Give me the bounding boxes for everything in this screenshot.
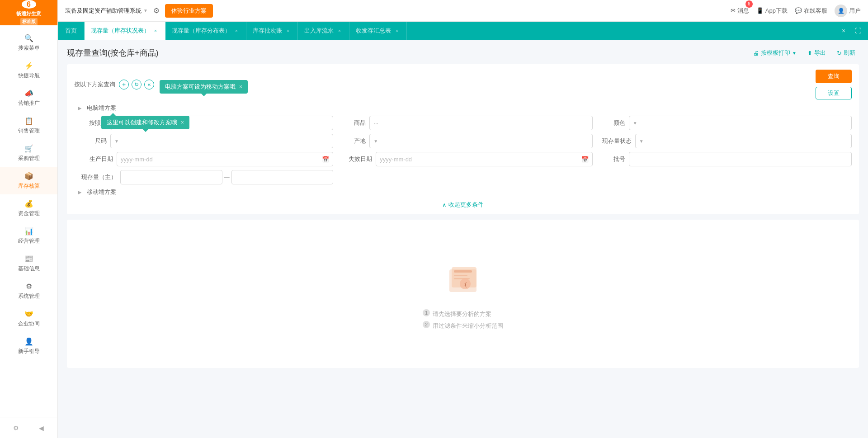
sidebar-footer: ⚙ ◀ xyxy=(0,418,57,438)
sidebar-label-marketing: 营销推广 xyxy=(18,99,40,107)
filter-refresh-btn[interactable]: ↻ xyxy=(132,80,142,89)
tab-inout-flow[interactable]: 出入库流水 × xyxy=(298,22,349,40)
desktop-scheme-row: ▶ 电脑端方案 xyxy=(74,104,852,112)
tab-inventory-status-close[interactable]: × xyxy=(152,28,159,34)
collapse-text: 收起更多条件 xyxy=(448,201,484,209)
tab-inventory-status-label: 现存量（库存状况表） xyxy=(91,27,150,35)
production-date-icon: 📅 xyxy=(322,156,329,163)
app-icon: 📱 xyxy=(756,7,764,14)
print-template-btn[interactable]: 🖨 按模板打印 ▼ xyxy=(750,47,800,59)
collapse-chevron-icon: ∧ xyxy=(442,202,447,208)
edit-scheme-tooltip: 这里可以创建和修改方案哦 × xyxy=(101,116,189,129)
filter-row-3: 生产日期 yyyy-mm-dd 📅 失效日期 yyyy-mm-dd xyxy=(81,152,852,166)
filter-header: 按以下方案查询 + ↻ « 电脑方案可设为移动方案哦 × xyxy=(74,70,852,99)
tab-home[interactable]: 首页 xyxy=(58,22,85,40)
online-support-btn[interactable]: 💬 在线客服 xyxy=(795,7,827,15)
origin-select[interactable]: ▼ xyxy=(369,134,592,148)
user-btn[interactable]: 👤 用户 xyxy=(835,5,861,17)
reset-btn[interactable]: 设置 xyxy=(816,87,852,99)
tab-inout-flow-close[interactable]: × xyxy=(336,28,343,34)
filter-inventory-status: 现存量状态 ▼ xyxy=(600,134,852,148)
filter-add-btn[interactable]: + xyxy=(119,80,129,89)
system-name-dropdown[interactable]: 装备及固定资产辅助管理系统 ▼ xyxy=(65,7,148,15)
edit-scheme-tooltip-close[interactable]: × xyxy=(181,119,184,126)
refresh-btn[interactable]: ↻ 刷新 xyxy=(833,47,859,59)
basic-info-icon: 📰 xyxy=(24,254,33,263)
size-select[interactable]: ▼ xyxy=(110,134,333,148)
tip-text-1: 请先选择要分析的方案 xyxy=(433,308,491,320)
notification-btn[interactable]: ✉ 6 消息 xyxy=(731,7,749,15)
print-template-label: 按模板打印 xyxy=(761,49,790,57)
production-date-label: 生产日期 xyxy=(81,155,113,163)
filter-size: 尺码 ▼ xyxy=(81,134,333,148)
filter-back-btn[interactable]: « xyxy=(144,80,154,89)
tab-maximize-icon[interactable]: ⛶ xyxy=(852,24,864,37)
tab-inventory-distribution-close[interactable]: × xyxy=(233,28,240,34)
user-label: 用户 xyxy=(849,7,861,15)
mobile-scheme-label: 移动端方案 xyxy=(87,188,116,196)
inventory-icon: 📦 xyxy=(24,171,33,180)
quick-nav-icon: ⚡ xyxy=(24,61,33,70)
tab-home-label: 首页 xyxy=(65,27,77,35)
sidebar-collapse-btn[interactable]: ◀ xyxy=(35,422,47,434)
marketing-icon: 📣 xyxy=(24,89,33,98)
sidebar-item-basic-info[interactable]: 📰 基础信息 xyxy=(0,250,57,277)
sidebar-item-operations[interactable]: 📊 经营管理 xyxy=(0,222,57,250)
system-name-chevron: ▼ xyxy=(143,8,148,13)
trial-btn[interactable]: 体验行业方案 xyxy=(165,4,213,18)
user-avatar: 👤 xyxy=(835,5,847,17)
logo: 6 畅通好生意 标准版 xyxy=(0,0,57,25)
inventory-main-from[interactable] xyxy=(120,170,222,184)
header-settings-icon[interactable]: ⚙ xyxy=(153,6,160,15)
print-icon: 🖨 xyxy=(753,50,759,57)
sidebar-item-sales[interactable]: 📋 销售管理 xyxy=(0,112,57,139)
sidebar-item-newbie[interactable]: 👤 新手引导 xyxy=(0,332,57,360)
app-download-label: App下载 xyxy=(765,7,788,15)
tab-batch-account[interactable]: 库存批次账 × xyxy=(246,22,298,40)
empty-state-section: :( 1 请先选择要分析的方案 2 用过滤条件来缩小分析范围 xyxy=(67,220,859,368)
sidebar-label-quick-nav: 快捷导航 xyxy=(18,72,40,80)
sidebar-item-system[interactable]: ⚙ 系统管理 xyxy=(0,277,57,305)
edit-scheme-tooltip-text: 这里可以创建和修改方案哦 xyxy=(107,118,177,127)
filter-goods: 商品 ··· xyxy=(340,116,592,130)
sidebar-item-marketing[interactable]: 📣 营销推广 xyxy=(0,84,57,112)
color-select[interactable]: ▼ xyxy=(629,116,852,130)
scheme-tooltip-close[interactable]: × xyxy=(239,84,242,90)
page-title: 现存量查询(按仓库+商品) xyxy=(67,47,159,58)
sidebar-label-enterprise: 企业协同 xyxy=(18,320,40,328)
inventory-status-select[interactable]: ▼ xyxy=(635,134,852,148)
collapse-bar[interactable]: ∧ 收起更多条件 xyxy=(74,201,852,209)
batch-input[interactable] xyxy=(629,152,852,166)
sidebar-item-finance[interactable]: 💰 资金管理 xyxy=(0,194,57,222)
tab-receive-summary-close[interactable]: × xyxy=(394,28,400,34)
newbie-icon: 👤 xyxy=(24,337,33,346)
app-download-btn[interactable]: 📱 App下载 xyxy=(756,7,788,15)
tab-batch-account-close[interactable]: × xyxy=(285,28,291,34)
goods-select[interactable]: ··· xyxy=(369,116,592,130)
expiry-date-input[interactable]: yyyy-mm-dd 📅 xyxy=(376,152,592,166)
export-btn[interactable]: ⬆ 导出 xyxy=(804,47,830,59)
filter-color: 颜色 ▼ xyxy=(600,116,852,130)
sidebar-item-enterprise[interactable]: 🤝 企业协同 xyxy=(0,305,57,332)
sidebar-item-inventory[interactable]: 📦 库存核算 xyxy=(0,167,57,194)
sidebar-item-quick-nav[interactable]: ⚡ 快捷导航 xyxy=(0,57,57,84)
tab-bar-end: × ⛶ xyxy=(837,24,868,37)
sidebar-settings-btn[interactable]: ⚙ xyxy=(10,422,23,434)
inventory-main-to[interactable] xyxy=(231,170,334,184)
tab-inventory-status[interactable]: 现存量（库存状况表） × xyxy=(85,22,165,40)
filter-production-date: 生产日期 yyyy-mm-dd 📅 xyxy=(81,152,333,166)
tab-inventory-distribution[interactable]: 现存量（库存分布表） × xyxy=(165,22,246,40)
query-actions: 查询 设置 xyxy=(816,70,852,99)
finance-icon: 💰 xyxy=(24,199,33,208)
goods-label: 商品 xyxy=(340,119,366,127)
filter-inventory-main: 现存量（主） — xyxy=(81,170,333,184)
system-icon: ⚙ xyxy=(24,282,33,291)
sidebar-item-purchase[interactable]: 🛒 采购管理 xyxy=(0,139,57,167)
search-icon: 🔍 xyxy=(24,33,33,42)
sidebar-item-search[interactable]: 🔍 搜索菜单 xyxy=(0,29,57,57)
tab-close-all-icon[interactable]: × xyxy=(837,24,850,37)
query-btn[interactable]: 查询 xyxy=(816,70,852,83)
tab-receive-summary[interactable]: 收发存汇总表 × xyxy=(349,22,407,40)
size-select-arrow: ▼ xyxy=(114,139,119,144)
production-date-input[interactable]: yyyy-mm-dd 📅 xyxy=(117,152,333,166)
